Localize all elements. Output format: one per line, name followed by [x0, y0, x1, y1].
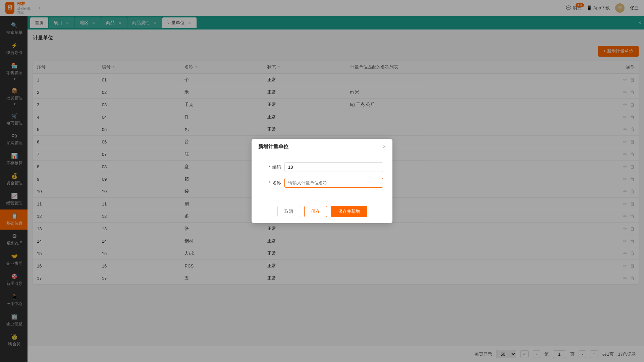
modal-overlay[interactable]: 新增计量单位 × * 编码 * 名称 取消 保存 保存并新增 [0, 0, 644, 362]
modal-header: 新增计量单位 × [252, 139, 392, 154]
code-label: * 编码 [261, 164, 281, 170]
modal-close-button[interactable]: × [383, 144, 386, 149]
name-input[interactable] [284, 178, 383, 188]
name-label: * 名称 [261, 180, 281, 186]
modal-body: * 编码 * 名称 [252, 154, 392, 202]
add-unit-modal: 新增计量单位 × * 编码 * 名称 取消 保存 保存并新增 [252, 139, 392, 223]
required-star: * [269, 180, 270, 185]
form-row-code: * 编码 [261, 162, 383, 172]
save-and-new-button[interactable]: 保存并新增 [331, 206, 367, 217]
modal-title: 新增计量单位 [258, 143, 288, 150]
modal-footer: 取消 保存 保存并新增 [252, 202, 392, 223]
save-button[interactable]: 保存 [304, 206, 327, 217]
required-star: * [269, 165, 270, 170]
code-input[interactable] [284, 162, 383, 172]
form-row-name: * 名称 [261, 178, 383, 188]
cancel-button[interactable]: 取消 [277, 206, 300, 217]
